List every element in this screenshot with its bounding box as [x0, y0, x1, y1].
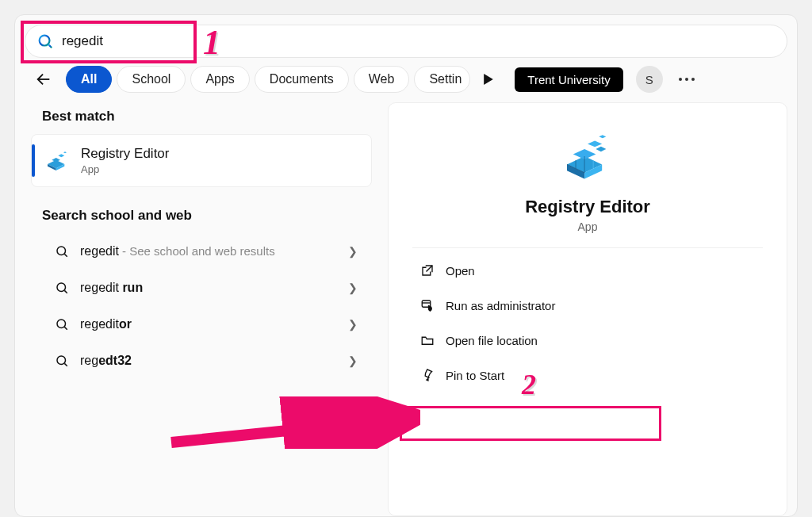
best-match-card[interactable]: Registry Editor App: [31, 134, 372, 187]
svg-point-12: [57, 283, 66, 292]
avatar[interactable]: S: [636, 66, 663, 93]
more-menu-button[interactable]: [679, 78, 695, 81]
svg-marker-3: [484, 74, 493, 85]
svg-line-13: [64, 290, 67, 293]
action-pin-to-start[interactable]: Pin to Start: [412, 358, 763, 393]
action-label: Open file location: [446, 334, 538, 347]
registry-editor-icon: [44, 148, 70, 174]
search-input[interactable]: [62, 33, 776, 49]
filter-web[interactable]: Web: [354, 66, 410, 93]
svg-line-1: [48, 44, 52, 48]
svg-marker-9: [63, 151, 67, 153]
action-run-as-admin[interactable]: Run as administrator: [412, 288, 763, 323]
detail-subtitle: App: [578, 220, 598, 233]
results-column: Best match Registry Editor App: [31, 102, 372, 516]
annotation-number-1: 1: [203, 22, 220, 63]
play-icon: [483, 74, 494, 85]
filter-settings[interactable]: Settin: [414, 66, 470, 93]
annotation-number-2: 2: [522, 368, 536, 401]
svg-marker-7: [52, 158, 60, 162]
action-open[interactable]: Open: [412, 253, 763, 288]
svg-marker-22: [588, 141, 602, 147]
search-panel: All School Apps Documents Web Settin Tre…: [14, 14, 798, 517]
filter-row: All School Apps Documents Web Settin Tre…: [15, 63, 797, 102]
search-icon: [36, 33, 54, 50]
svg-line-11: [64, 254, 67, 256]
svg-marker-24: [596, 147, 606, 152]
chevron-right-icon: ❯: [348, 281, 358, 294]
school-web-heading: Search school and web: [42, 208, 372, 224]
suggestion-row[interactable]: regeditor ❯: [31, 306, 372, 343]
svg-point-14: [57, 320, 66, 328]
filter-school[interactable]: School: [117, 66, 186, 93]
suggestion-text: regedt32: [80, 354, 132, 368]
suggestion-text: regedit - See school and web results: [80, 244, 275, 258]
detail-title: Registry Editor: [525, 197, 650, 217]
filters-more-button[interactable]: [477, 67, 500, 91]
chevron-right-icon: ❯: [348, 354, 358, 367]
chevron-right-icon: ❯: [348, 245, 358, 258]
back-button[interactable]: [31, 67, 56, 92]
folder-icon: [420, 333, 435, 347]
search-icon: [55, 354, 69, 368]
detail-header: Registry Editor App: [412, 117, 763, 248]
best-match-subtitle: App: [81, 163, 169, 175]
chevron-right-icon: ❯: [348, 318, 358, 331]
filter-apps[interactable]: Apps: [190, 66, 249, 93]
search-icon: [55, 281, 69, 295]
content-area: Best match Registry Editor App: [15, 102, 797, 516]
suggestion-row[interactable]: regedit - See school and web results ❯: [31, 233, 372, 270]
action-open-file-location[interactable]: Open file location: [412, 323, 763, 358]
svg-point-0: [40, 36, 50, 46]
search-icon: [55, 244, 69, 258]
admin-shield-icon: [420, 298, 435, 312]
pin-icon: [420, 368, 435, 382]
search-icon: [55, 317, 69, 331]
filter-documents[interactable]: Documents: [255, 66, 349, 93]
best-match-title: Registry Editor: [81, 146, 169, 162]
back-arrow-icon: [35, 71, 52, 88]
detail-pane: Registry Editor App Open Run as administ…: [388, 102, 787, 516]
suggestion-text: regedit run: [80, 281, 143, 295]
action-label: Run as administrator: [446, 299, 555, 312]
suggestion-row[interactable]: regedt32 ❯: [31, 343, 372, 379]
action-label: Open: [446, 264, 475, 278]
filter-all[interactable]: All: [66, 66, 112, 93]
svg-marker-23: [599, 135, 606, 138]
best-match-heading: Best match: [42, 109, 372, 124]
registry-editor-large-icon: [557, 125, 619, 187]
search-box[interactable]: [25, 25, 787, 58]
svg-line-17: [64, 363, 67, 366]
svg-point-16: [57, 356, 66, 365]
svg-marker-8: [58, 154, 64, 157]
svg-point-10: [57, 247, 66, 255]
best-match-text: Registry Editor App: [81, 146, 169, 175]
org-badge[interactable]: Trent University: [515, 67, 622, 92]
svg-line-15: [64, 327, 67, 329]
suggestion-row[interactable]: regedit run ❯: [31, 270, 372, 306]
open-icon: [420, 263, 435, 278]
action-label: Pin to Start: [446, 369, 504, 382]
search-row: [15, 15, 797, 63]
suggestion-text: regeditor: [80, 317, 132, 331]
